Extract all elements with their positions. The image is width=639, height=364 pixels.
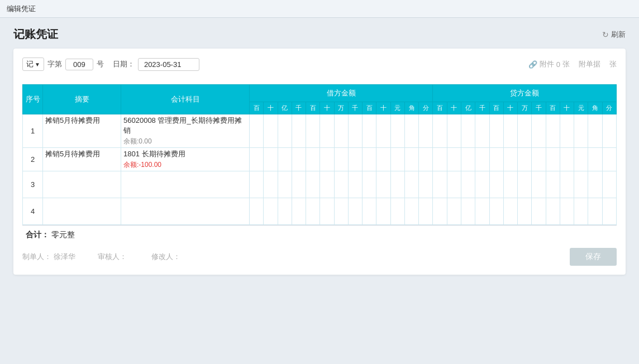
cell-debit-digit[interactable] [419, 148, 433, 171]
cell-debit-digit[interactable] [292, 148, 306, 171]
cell-credit-digit[interactable] [518, 198, 532, 225]
cell-debit-digit[interactable] [306, 171, 320, 198]
cell-debit-digit[interactable] [390, 171, 404, 198]
cell-credit-digit[interactable] [546, 114, 560, 148]
cell-account[interactable]: 1801 长期待摊费用余额:-100.00 [121, 148, 250, 171]
date-input[interactable] [138, 58, 199, 71]
cell-summary[interactable] [43, 198, 121, 225]
cell-account[interactable]: 56020008 管理费用_长期待摊费用摊销余额:0.00 [121, 114, 250, 148]
cell-credit-digit[interactable] [602, 171, 616, 198]
cell-credit-digit[interactable] [503, 171, 517, 198]
cell-credit-digit[interactable] [489, 198, 503, 225]
cell-credit-digit[interactable] [447, 148, 461, 171]
cell-debit-digit[interactable] [278, 148, 292, 171]
cell-debit-digit[interactable] [292, 198, 306, 225]
cell-credit-digit[interactable] [461, 114, 475, 148]
cell-credit-digit[interactable] [588, 198, 602, 225]
cell-debit-digit[interactable] [348, 148, 362, 171]
cell-credit-digit[interactable] [461, 148, 475, 171]
cell-credit-digit[interactable] [503, 114, 517, 148]
cell-debit-digit[interactable] [306, 148, 320, 171]
cell-debit-digit[interactable] [334, 198, 348, 225]
cell-debit-digit[interactable] [376, 148, 390, 171]
cell-debit-digit[interactable] [390, 148, 404, 171]
cell-credit-digit[interactable] [602, 198, 616, 225]
cell-credit-digit[interactable] [560, 198, 574, 225]
cell-credit-digit[interactable] [489, 171, 503, 198]
cell-credit-digit[interactable] [588, 171, 602, 198]
cell-credit-digit[interactable] [546, 198, 560, 225]
cell-credit-digit[interactable] [532, 198, 546, 225]
cell-credit-digit[interactable] [489, 114, 503, 148]
cell-summary[interactable]: 摊销5月待摊费用 [43, 148, 121, 171]
cell-debit-digit[interactable] [264, 198, 278, 225]
cell-debit-digit[interactable] [250, 171, 264, 198]
cell-debit-digit[interactable] [334, 171, 348, 198]
cell-credit-digit[interactable] [433, 114, 447, 148]
cell-debit-digit[interactable] [419, 114, 433, 148]
cell-credit-digit[interactable] [560, 114, 574, 148]
cell-credit-digit[interactable] [574, 114, 588, 148]
cell-debit-digit[interactable] [404, 148, 418, 171]
cell-credit-digit[interactable] [532, 148, 546, 171]
cell-debit-digit[interactable] [306, 198, 320, 225]
cell-credit-digit[interactable] [475, 148, 489, 171]
cell-debit-digit[interactable] [404, 171, 418, 198]
cell-debit-digit[interactable] [334, 148, 348, 171]
cell-credit-digit[interactable] [503, 148, 517, 171]
cell-credit-digit[interactable] [560, 171, 574, 198]
cell-debit-digit[interactable] [250, 114, 264, 148]
cell-debit-digit[interactable] [419, 171, 433, 198]
cell-credit-digit[interactable] [475, 114, 489, 148]
cell-credit-digit[interactable] [447, 114, 461, 148]
cell-credit-digit[interactable] [546, 148, 560, 171]
cell-credit-digit[interactable] [532, 114, 546, 148]
cell-debit-digit[interactable] [264, 148, 278, 171]
cell-credit-digit[interactable] [532, 171, 546, 198]
cell-credit-digit[interactable] [518, 148, 532, 171]
cell-debit-digit[interactable] [306, 114, 320, 148]
cell-credit-digit[interactable] [433, 171, 447, 198]
cell-credit-digit[interactable] [518, 114, 532, 148]
cell-debit-digit[interactable] [320, 171, 334, 198]
cell-debit-digit[interactable] [348, 171, 362, 198]
cell-debit-digit[interactable] [404, 114, 418, 148]
cell-debit-digit[interactable] [278, 198, 292, 225]
cell-credit-digit[interactable] [518, 171, 532, 198]
attach-single-docs[interactable]: 附单据 [579, 59, 600, 69]
refresh-button[interactable]: ↻ 刷新 [602, 30, 626, 40]
cell-credit-digit[interactable] [588, 148, 602, 171]
cell-debit-digit[interactable] [390, 198, 404, 225]
ji-select[interactable]: 记 ▼ [22, 58, 44, 71]
cell-debit-digit[interactable] [348, 114, 362, 148]
cell-credit-digit[interactable] [475, 198, 489, 225]
cell-credit-digit[interactable] [489, 148, 503, 171]
cell-debit-digit[interactable] [419, 198, 433, 225]
cell-account[interactable] [121, 198, 250, 225]
cell-debit-digit[interactable] [376, 114, 390, 148]
cell-debit-digit[interactable] [278, 171, 292, 198]
cell-credit-digit[interactable] [447, 198, 461, 225]
cell-debit-digit[interactable] [376, 198, 390, 225]
cell-account[interactable] [121, 171, 250, 198]
cell-credit-digit[interactable] [447, 171, 461, 198]
cell-credit-digit[interactable] [574, 198, 588, 225]
cell-credit-digit[interactable] [546, 171, 560, 198]
cell-debit-digit[interactable] [320, 148, 334, 171]
cell-summary[interactable] [43, 171, 121, 198]
cell-debit-digit[interactable] [320, 114, 334, 148]
cell-credit-digit[interactable] [503, 198, 517, 225]
cell-debit-digit[interactable] [390, 114, 404, 148]
cell-credit-digit[interactable] [433, 198, 447, 225]
cell-debit-digit[interactable] [334, 114, 348, 148]
cell-debit-digit[interactable] [363, 148, 376, 171]
cell-credit-digit[interactable] [574, 148, 588, 171]
cell-credit-digit[interactable] [461, 198, 475, 225]
cell-debit-digit[interactable] [250, 198, 264, 225]
cell-debit-digit[interactable] [348, 198, 362, 225]
cell-debit-digit[interactable] [363, 198, 376, 225]
cell-debit-digit[interactable] [376, 171, 390, 198]
cell-credit-digit[interactable] [433, 148, 447, 171]
cell-debit-digit[interactable] [363, 171, 376, 198]
save-button[interactable]: 保存 [570, 248, 617, 266]
